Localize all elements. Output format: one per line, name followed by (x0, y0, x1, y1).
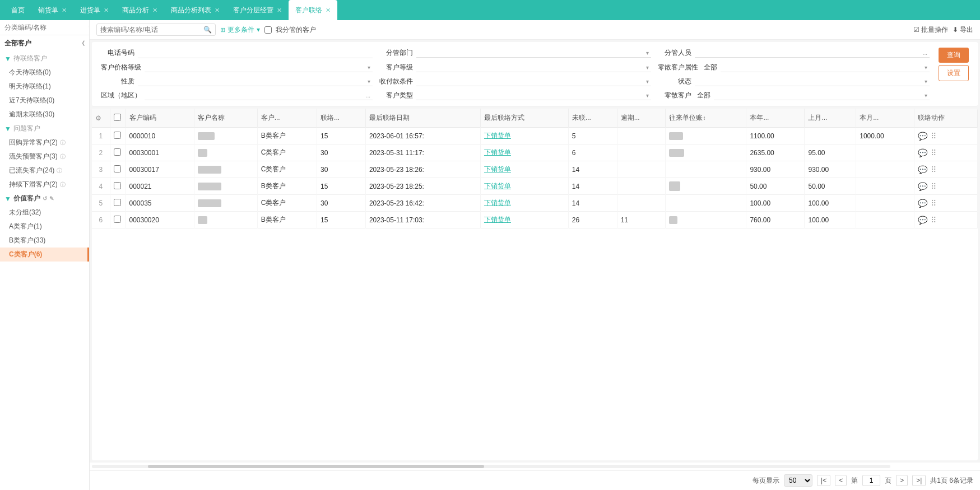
filter-dept-select[interactable]: ▾ (416, 49, 651, 58)
row-checkbox[interactable] (110, 144, 126, 161)
scrollbar-thumb[interactable] (148, 465, 484, 468)
per-page-select[interactable]: 50 100 200 (784, 474, 812, 487)
row-account (666, 195, 746, 212)
query-button[interactable]: 查询 (939, 48, 969, 63)
first-page-btn[interactable]: |< (817, 475, 830, 486)
sidebar-churned[interactable]: 已流失客户(24) ⓘ (0, 164, 89, 178)
filter-phone-input[interactable] (138, 48, 373, 58)
sidebar-value-refresh[interactable]: ↺ (43, 195, 47, 202)
th-this-year[interactable]: 本年... (746, 109, 805, 128)
nav-product-list[interactable]: 商品分析列表 ✕ (164, 0, 226, 20)
sidebar-churn-warning[interactable]: 流失预警客户(3) ⓘ (0, 150, 89, 164)
next-page-btn[interactable]: > (896, 475, 908, 486)
sidebar-class-b[interactable]: B类客户(33) (0, 234, 89, 248)
chat-icon[interactable]: 💬 (918, 165, 927, 174)
sidebar-overdue-contact[interactable]: 逾期未联络(30) (0, 108, 89, 122)
nav-sales[interactable]: 销货单 ✕ (31, 0, 73, 20)
filter-nature-select[interactable]: ▾ (138, 77, 373, 86)
row-last-method[interactable]: 下销货单 (480, 144, 568, 161)
row-checkbox[interactable] (110, 195, 126, 212)
th-last-month[interactable]: 上月... (805, 109, 856, 128)
filter-customer-type-select[interactable]: ▾ (416, 91, 651, 100)
filter-retail-select[interactable]: ▾ (714, 91, 930, 100)
chat-icon[interactable]: 💬 (918, 132, 927, 141)
nav-product-list-close[interactable]: ✕ (215, 7, 220, 14)
filter-region-select[interactable]: ... (145, 91, 373, 100)
row-last-method[interactable]: 下销货单 (480, 212, 568, 228)
th-code[interactable]: 客户编码 (126, 109, 194, 128)
row-checkbox[interactable] (110, 128, 126, 144)
sidebar-class-a[interactable]: A类客户(1) (0, 220, 89, 234)
nav-customer-contact-close[interactable]: ✕ (326, 7, 331, 14)
sidebar-declining[interactable]: 持续下滑客户(2) ⓘ (0, 178, 89, 192)
nav-customer-segment-close[interactable]: ✕ (277, 7, 282, 14)
row-last-method[interactable]: 下销货单 (480, 178, 568, 195)
search-input[interactable] (100, 26, 201, 34)
chat-icon[interactable]: 💬 (918, 148, 927, 157)
filter-customer-level-select[interactable]: ▾ (416, 63, 651, 72)
search-icon[interactable]: 🔍 (203, 26, 212, 34)
sidebar-tomorrow-pending[interactable]: 明天待联络(1) (0, 80, 89, 94)
last-page-btn[interactable]: >| (912, 475, 926, 486)
row-checkbox[interactable] (110, 161, 126, 178)
select-all-checkbox[interactable] (114, 114, 121, 121)
nav-purchase-close[interactable]: ✕ (104, 7, 109, 14)
more-icon[interactable]: ⠿ (931, 148, 936, 157)
th-account[interactable]: 往来单位账↕ (666, 109, 746, 128)
row-checkbox[interactable] (110, 212, 126, 228)
more-icon[interactable]: ⠿ (931, 199, 936, 208)
bulk-op-btn[interactable]: ☑ 批量操作 (913, 25, 948, 35)
more-icon[interactable]: ⠿ (931, 165, 936, 174)
sidebar-unclassified[interactable]: 未分组(32) (0, 206, 89, 220)
th-contact-count[interactable]: 联络... (317, 109, 366, 128)
th-not-contacted[interactable]: 未联... (568, 109, 617, 128)
chat-icon[interactable]: 💬 (918, 199, 927, 208)
more-icon[interactable]: ⠿ (931, 216, 936, 225)
filter-scatter-attr-select[interactable]: ▾ (721, 63, 930, 72)
sidebar-class-c[interactable]: C类客户(6) (0, 248, 89, 262)
row-last-method[interactable]: 下销货单 (480, 128, 568, 144)
filter-price-level-select[interactable]: ▾ (145, 63, 373, 72)
row-last-method[interactable]: 下销货单 (480, 161, 568, 178)
chat-icon[interactable]: 💬 (918, 182, 927, 191)
nav-sales-close[interactable]: ✕ (62, 7, 67, 14)
sidebar-7day-pending[interactable]: 近7天待联络(0) (0, 94, 89, 108)
th-overdue[interactable]: 逾期... (617, 109, 666, 128)
row-actions: 💬 ⠿ (914, 195, 978, 212)
nav-customer-segment[interactable]: 客户分层经营 ✕ (226, 0, 289, 20)
filter-manager-select[interactable]: ... (695, 49, 930, 58)
nav-customer-contact[interactable]: 客户联络 ✕ (289, 0, 337, 20)
sidebar-value-edit[interactable]: ✎ (49, 195, 54, 202)
nav-product-analysis[interactable]: 商品分析 ✕ (115, 0, 164, 20)
sidebar-search-input[interactable] (4, 24, 89, 31)
sidebar-abnormal-repurchase[interactable]: 回购异常客户(2) ⓘ (0, 136, 89, 150)
more-icon[interactable]: ⠿ (931, 132, 936, 141)
more-icon[interactable]: ⠿ (931, 182, 936, 191)
chat-icon[interactable]: 💬 (918, 216, 927, 225)
filter-payment-select[interactable]: ▾ (416, 77, 651, 86)
my-customers-checkbox-label[interactable]: 我分管的客户 (264, 25, 316, 35)
more-conditions-btn[interactable]: ⊞ 更多条件 ▾ (220, 25, 260, 35)
nav-purchase[interactable]: 进货单 ✕ (73, 0, 115, 20)
row-last-date: 2023-05-23 18:25: (365, 178, 480, 195)
gear-icon[interactable]: ⚙ (95, 114, 101, 122)
th-this-month[interactable]: 本月... (856, 109, 914, 128)
th-last-contact-method[interactable]: 最后联络方式 (480, 109, 568, 128)
sidebar-today-pending[interactable]: 今天待联络(0) (0, 66, 89, 80)
th-checkbox[interactable] (110, 109, 126, 128)
page-input[interactable] (862, 475, 880, 486)
th-customer-type[interactable]: 客户... (257, 109, 317, 128)
filter-status-select[interactable]: ▾ (695, 77, 930, 86)
my-customers-checkbox[interactable] (264, 26, 272, 34)
row-checkbox[interactable] (110, 178, 126, 195)
th-name[interactable]: 客户名称 (194, 109, 258, 128)
sidebar-all-customers[interactable]: 全部客户 《 (0, 35, 89, 52)
th-last-contact-date[interactable]: 最后联络日期 (365, 109, 480, 128)
nav-home[interactable]: 首页 (4, 0, 31, 20)
row-last-method[interactable]: 下销货单 (480, 195, 568, 212)
prev-page-btn[interactable]: < (835, 475, 847, 486)
th-gear[interactable]: ⚙ (92, 109, 110, 128)
set-button[interactable]: 设置 (939, 65, 969, 81)
export-btn[interactable]: ⬇ 导出 (953, 25, 973, 35)
nav-product-analysis-close[interactable]: ✕ (152, 7, 157, 14)
